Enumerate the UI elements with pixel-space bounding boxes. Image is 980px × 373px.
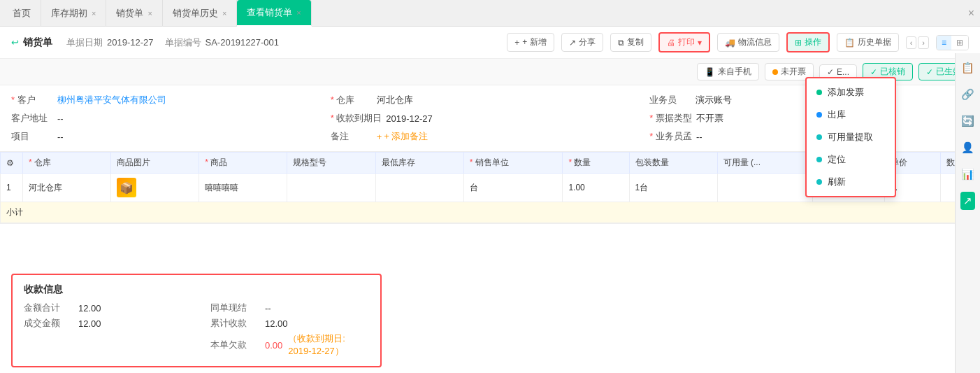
sidebar-copy-icon[interactable]: 📋 [958, 59, 977, 77]
subtotal-row: 小计 [1, 202, 980, 223]
row-no: 1 [1, 174, 23, 202]
row-product: 嘻嘻嘻嘻 [199, 174, 287, 202]
col-min-stock: 最低库存 [375, 153, 463, 174]
cumulative-receipt-item: 累计收款 12.00 [210, 317, 369, 330]
new-icon: + [514, 38, 519, 48]
doc-number-value: SA-20191227-001 [206, 37, 280, 48]
from-phone-button[interactable]: 📱 来自手机 [697, 63, 759, 80]
transaction-amount-value: 12.00 [78, 318, 101, 329]
address-value: -- [57, 113, 64, 124]
print-button[interactable]: 🖨 打印 ▾ [658, 32, 710, 52]
current-owe-item: 本单欠款 0.00 （收款到期日: 2019-12-27） [210, 332, 369, 358]
doc-header: ↩ 销货单 单据日期 2019-12-27 单据编号 SA-20191227-0… [0, 27, 980, 59]
operation-button[interactable]: ⊞ 操作 [786, 32, 830, 52]
confirm-label: E... [837, 67, 849, 77]
col-image: 商品图片 [111, 153, 199, 174]
doc-type-icon: ↩ [11, 37, 19, 48]
col-unit: 销售单位 [463, 153, 563, 174]
next-button[interactable]: › [918, 36, 929, 49]
address-label: 客户地址 [11, 112, 53, 125]
address-row: 客户地址 -- [11, 112, 331, 125]
window-close-button[interactable]: × [968, 7, 974, 20]
right-sidebar: 📋 🔗 🔄 👤 📊 ↗ [955, 53, 980, 373]
col-product: 商品 [199, 153, 287, 174]
doc-number-label: 单据编号 [165, 36, 201, 49]
prev-button[interactable]: ‹ [906, 36, 917, 49]
project-value: -- [57, 132, 64, 142]
tab-inventory-close[interactable]: × [92, 9, 96, 17]
sidebar-expand-icon[interactable]: ↗ [960, 192, 975, 210]
warehouse-label: 仓库 [331, 94, 373, 106]
outbound-dot [816, 112, 822, 118]
tab-sales-history-label: 销货单历史 [173, 7, 218, 20]
tab-sales-close[interactable]: × [147, 9, 152, 17]
sidebar-chart-icon[interactable]: 📊 [958, 165, 977, 183]
tab-view-sales-close[interactable]: × [296, 8, 301, 17]
logistics-button[interactable]: 🚚 物流信息 [717, 33, 779, 52]
add-invoice-item[interactable]: 添加发票 [807, 81, 895, 104]
current-owe-label: 本单欠款 [210, 339, 259, 351]
refresh-label: 刷新 [828, 176, 846, 188]
add-note-icon: + [377, 132, 382, 142]
due-date-row: 收款到期日 2019-12-27 [331, 112, 650, 125]
sidebar-link-icon[interactable]: 🔗 [958, 85, 977, 104]
row-package-qty: 1台 [629, 174, 717, 202]
tab-sales-order[interactable]: 销货单 × [106, 0, 162, 27]
history-button[interactable]: 📋 历史单据 [837, 33, 899, 52]
copy-button[interactable]: ⧉ 复制 [610, 33, 651, 52]
copy-icon: ⧉ [618, 38, 624, 48]
logistics-label: 物流信息 [738, 36, 772, 48]
transaction-amount-label: 成交金额 [24, 317, 73, 330]
customer-label: 客户 [11, 94, 53, 106]
warehouse-row: 仓库 河北仓库 [331, 94, 650, 106]
product-thumbnail: 📦 [117, 178, 136, 197]
transaction-amount-item: 成交金额 12.00 [24, 317, 182, 330]
due-date-value: 2019-12-27 [386, 113, 433, 124]
cumulative-receipt-value: 12.00 [265, 318, 288, 329]
tab-inventory-init[interactable]: 库存期初 × [41, 0, 106, 27]
list-view-button[interactable]: ≡ [937, 36, 951, 50]
share-label: 分享 [579, 36, 596, 48]
sidebar-user-icon[interactable]: 👤 [958, 139, 977, 157]
ticket-type-value: 不开票 [696, 112, 723, 125]
tab-sales-history-close[interactable]: × [222, 9, 226, 17]
tab-view-sales[interactable]: 查看销货单 × [237, 0, 311, 27]
print-icon: 🖨 [667, 38, 675, 48]
share-icon: ↗ [569, 38, 576, 48]
subtotal-label: 小计 [1, 202, 980, 223]
sidebar-refresh-icon[interactable]: 🔄 [958, 112, 977, 130]
refresh-item[interactable]: 刷新 [807, 171, 895, 193]
row-available [717, 174, 813, 202]
same-order-item: 同单现结 -- [210, 302, 369, 314]
tab-view-sales-label: 查看销货单 [247, 6, 292, 19]
locate-item[interactable]: 定位 [807, 148, 895, 171]
confirm-icon: ✓ [827, 67, 834, 77]
print-dropdown-icon: ▾ [698, 38, 702, 48]
col-settings[interactable]: ⚙ [1, 153, 23, 174]
col-warehouse: 仓库 [23, 153, 111, 174]
new-label: + 新增 [522, 36, 546, 48]
tab-sales-history[interactable]: 销货单历史 × [163, 0, 237, 27]
due-date-label: 收款到期日 [331, 112, 382, 125]
row-image: 📦 [111, 174, 199, 202]
effect-check-icon: ✓ [926, 67, 933, 77]
customer-value[interactable]: 柳州粤港平安气体有限公司 [57, 94, 166, 106]
operation-icon: ⊞ [795, 38, 802, 48]
add-note-button[interactable]: + + 添加备注 [377, 130, 428, 143]
logistics-icon: 🚚 [725, 38, 735, 48]
cancel-status-label: 已核销 [880, 66, 905, 78]
col-available: 可用量 (... [717, 153, 813, 174]
grid-view-button[interactable]: ⊞ [951, 36, 968, 50]
row-warehouse: 河北仓库 [23, 174, 111, 202]
new-button[interactable]: + + 新增 [507, 33, 554, 52]
doc-title: 销货单 [23, 36, 52, 49]
available-qty-item[interactable]: 可用量提取 [807, 126, 895, 148]
share-button[interactable]: ↗ 分享 [561, 33, 603, 52]
row-spec [287, 174, 375, 202]
col-quantity: 数量 [563, 153, 629, 174]
not-open-label: 未开票 [781, 66, 806, 78]
doc-number-item: 单据编号 SA-20191227-001 [165, 36, 280, 49]
outbound-item[interactable]: 出库 [807, 104, 895, 126]
project-label: 项目 [11, 130, 53, 143]
tab-home[interactable]: 首页 [6, 0, 41, 27]
